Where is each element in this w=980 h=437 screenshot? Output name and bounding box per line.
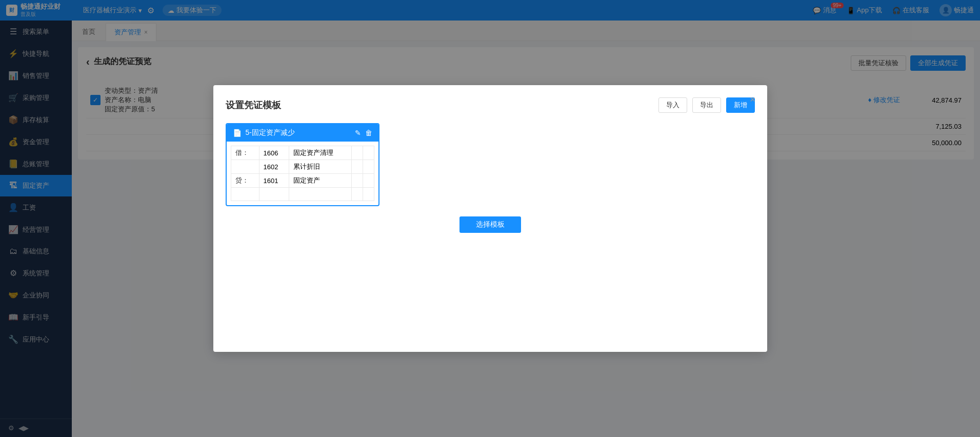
export-button[interactable]: 导出	[692, 97, 721, 113]
template-entry-row: 贷： 1601 固定资产	[231, 174, 374, 188]
entry-credit	[363, 146, 374, 160]
entry-name	[289, 188, 352, 201]
entry-code: 1602	[259, 160, 289, 174]
template-table: 借： 1606 固定资产清理 1602 累计折旧 贷： 1601 固定资产	[231, 146, 374, 201]
template-card-header: 📄 5-固定资产减少 ✎ 🗑	[227, 124, 378, 142]
select-template-button[interactable]: 选择模板	[459, 216, 521, 233]
entry-debit	[351, 174, 363, 188]
content-area: 首页 资产管理 × ‹ 生成的凭证预览 批量凭证核验 全部生成凭证	[72, 21, 980, 437]
entry-name: 固定资产清理	[289, 146, 352, 160]
template-entry-row: 借： 1606 固定资产清理	[231, 146, 374, 160]
entry-name: 累计折旧	[289, 160, 352, 174]
modal-header: 设置凭证模板 导入 导出 新增	[226, 97, 755, 113]
template-entry-row: 1602 累计折旧	[231, 160, 374, 174]
modal-set-template: 设置凭证模板 导入 导出 新增 × 📄	[213, 85, 767, 352]
entry-debit	[351, 146, 363, 160]
entry-code: 1606	[259, 146, 289, 160]
template-body: 借： 1606 固定资产清理 1602 累计折旧 贷： 1601 固定资产	[227, 142, 378, 205]
modal-close-button[interactable]: ×	[747, 93, 759, 106]
entry-type	[231, 188, 259, 201]
entry-type	[231, 160, 259, 174]
entry-code: 1601	[259, 174, 289, 188]
import-button[interactable]: 导入	[658, 97, 687, 113]
template-doc-icon: 📄	[233, 129, 242, 137]
select-template-area: 选择模板	[226, 216, 755, 233]
entry-debit	[351, 160, 363, 174]
template-delete-button[interactable]: 🗑	[365, 129, 372, 137]
entry-credit	[363, 174, 374, 188]
modal-overlay: 设置凭证模板 导入 导出 新增 × 📄	[72, 41, 980, 437]
template-edit-button[interactable]: ✎	[355, 129, 361, 137]
template-name: 5-固定资产减少	[246, 128, 295, 137]
entry-code	[259, 188, 289, 201]
entry-name: 固定资产	[289, 174, 352, 188]
modal-action-buttons: 导入 导出 新增	[658, 97, 755, 113]
entry-type: 贷：	[231, 174, 259, 188]
entry-credit	[363, 188, 374, 201]
entry-credit	[363, 160, 374, 174]
main-layout: ☰搜索菜单⚡快捷导航📊销售管理🛒采购管理📦库存核算💰资金管理📒总账管理🏗固定资产…	[0, 21, 980, 437]
entry-type: 借：	[231, 146, 259, 160]
modal-title: 设置凭证模板	[226, 99, 281, 111]
template-card: 📄 5-固定资产减少 ✎ 🗑	[226, 123, 379, 206]
entry-debit	[351, 188, 363, 201]
template-area: 📄 5-固定资产减少 ✎ 🗑	[226, 123, 755, 206]
template-entry-row	[231, 188, 374, 201]
page-content: ‹ 生成的凭证预览 批量凭证核验 全部生成凭证 ✓ 变动类型：资产清	[72, 41, 980, 437]
